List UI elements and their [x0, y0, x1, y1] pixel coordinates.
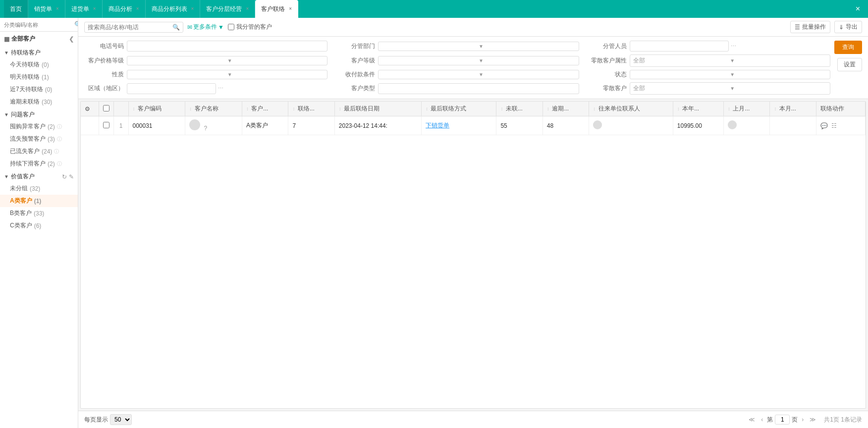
sidebar-item-abnormal[interactable]: 囤购异常客户 (2) ⓘ: [0, 120, 78, 133]
gear-icon[interactable]: ⚙: [85, 106, 90, 112]
advanced-filter: 电话号码 分管部门 ▼ 分管人员: [78, 37, 868, 99]
filter-cell-retail2: 零散客户 全部 ▼: [587, 82, 830, 95]
sort-last-date-icon[interactable]: ↕: [339, 106, 341, 111]
filter-cell-type: 客户类型: [335, 83, 579, 94]
status-select[interactable]: ▼: [630, 70, 830, 79]
sidebar-item-churned[interactable]: 已流失客户 (24) ⓘ: [0, 145, 78, 158]
filter-search-input[interactable]: [88, 24, 170, 31]
filter-search-box: 🔍: [84, 22, 183, 33]
filter-cell-retail-attr: 零散客户属性 全部 ▼: [587, 54, 830, 67]
type-input[interactable]: [378, 83, 579, 94]
person-more-icon[interactable]: ⋯: [729, 43, 738, 50]
last-page-btn[interactable]: ≫: [808, 415, 818, 424]
close-sales-icon[interactable]: ×: [56, 0, 59, 18]
close-customer-contact-icon[interactable]: ×: [289, 0, 292, 18]
phone-input[interactable]: [127, 41, 327, 52]
first-page-btn[interactable]: ≪: [747, 415, 757, 424]
nav-item-goods-analysis-list[interactable]: 商品分析列表 ×: [146, 0, 201, 18]
nav-item-goods-analysis[interactable]: 商品分析 ×: [103, 0, 146, 18]
my-customers-checkbox[interactable]: 我分管的客户: [228, 23, 272, 31]
filter-cell-pay: 收付款条件 ▼: [335, 70, 579, 79]
customer-table: ⚙ ↕ 客户编码 ↕ 客户名称: [81, 102, 866, 135]
next-page-btn[interactable]: ›: [800, 415, 806, 424]
sidebar-item-ungroup[interactable]: 未分组 (32): [0, 182, 78, 195]
sort-no-contact-icon[interactable]: ↕: [500, 106, 503, 111]
prev-page-btn[interactable]: ‹: [759, 415, 765, 424]
nav-item-customer-tier[interactable]: 客户分层经营 ×: [200, 0, 255, 18]
price-select[interactable]: ▼: [127, 56, 327, 65]
filter-cell-price: 客户价格等级 ▼: [84, 56, 327, 65]
select-all-checkbox[interactable]: [103, 105, 109, 111]
batch-op-btn[interactable]: ☰ 批量操作: [790, 21, 830, 33]
sidebar-item-7days[interactable]: 近7天待联络 (0): [0, 83, 78, 96]
row-checkbox[interactable]: [103, 122, 109, 128]
page-input[interactable]: [775, 415, 790, 425]
sidebar-item-declining[interactable]: 持续下滑客户 (2) ⓘ: [0, 158, 78, 170]
sidebar-item-a-class[interactable]: A类客户 (1): [0, 195, 78, 207]
retail-attr-select[interactable]: 全部 ▼: [630, 54, 830, 67]
nav-item-customer-contact[interactable]: 客户联络 ×: [255, 0, 298, 18]
close-purchase-icon[interactable]: ×: [93, 0, 96, 18]
close-goods-analysis-list-icon[interactable]: ×: [191, 0, 194, 18]
arrow-down-icon2: ▼: [4, 112, 9, 117]
info-icon-churn: ⓘ: [57, 136, 62, 143]
action-msg-icon[interactable]: 💬: [820, 122, 828, 129]
sidebar-item-c-class[interactable]: C类客户 (6): [0, 219, 78, 232]
retail2-select[interactable]: 全部 ▼: [630, 82, 830, 95]
query-button[interactable]: 查询: [834, 41, 862, 54]
td-num: 1: [113, 116, 128, 135]
collapse-sidebar-icon[interactable]: ❮: [69, 36, 74, 43]
export-btn[interactable]: ⇓ 导出: [834, 21, 862, 33]
pay-arrow-icon: ▼: [479, 72, 576, 77]
filter-cell-phone: 电话号码: [84, 41, 327, 52]
sidebar-search-input[interactable]: [4, 22, 72, 28]
sidebar-item-b-class[interactable]: B类客户 (33): [0, 207, 78, 219]
sidebar-search-icon[interactable]: 🔍: [74, 21, 78, 28]
contact-person-avatar: [593, 120, 602, 129]
sidebar-item-churn-warning[interactable]: 流失预警客户 (3) ⓘ: [0, 133, 78, 145]
action-qr-icon[interactable]: ☷: [831, 122, 837, 129]
region-input[interactable]: [127, 83, 216, 94]
per-page-select[interactable]: 50: [110, 414, 132, 425]
pay-select[interactable]: ▼: [378, 70, 579, 79]
all-customers-header[interactable]: ▦ 全部客户 ❮: [0, 32, 78, 46]
sidebar-item-today[interactable]: 今天待联络 (0): [0, 58, 78, 71]
person-input[interactable]: [630, 41, 729, 52]
sort-last-month-icon[interactable]: ↕: [728, 106, 730, 111]
sort-contact-icon[interactable]: ↕: [292, 106, 295, 111]
my-customers-check[interactable]: [228, 24, 234, 30]
sort-this-year-icon[interactable]: ↕: [677, 106, 680, 111]
dept-select[interactable]: ▼: [378, 42, 579, 51]
sidebar-item-overdue[interactable]: 逾期未联络 (30): [0, 96, 78, 108]
group-pending-contact[interactable]: ▼ 待联络客户: [0, 46, 78, 58]
td-name: ?: [185, 116, 242, 135]
edit-icon[interactable]: ✎: [69, 173, 74, 180]
th-gear: ⚙: [81, 102, 99, 116]
group-problem-customers[interactable]: ▼ 问题客户: [0, 108, 78, 120]
close-customer-tier-icon[interactable]: ×: [246, 0, 249, 18]
th-level: ↕ 客户...: [242, 102, 288, 116]
close-all-icon[interactable]: ×: [852, 4, 864, 13]
sort-last-method-icon[interactable]: ↕: [426, 106, 428, 111]
filter-more-btn[interactable]: ✉ 更多条件 ▼: [187, 23, 224, 31]
nav-item-purchase[interactable]: 进货单 ×: [65, 0, 103, 18]
filter-search-icon[interactable]: 🔍: [172, 24, 180, 31]
td-code: 000031: [128, 116, 185, 135]
group-value-customers[interactable]: ▼ 价值客户 ↻ ✎: [0, 170, 78, 182]
refresh-icon[interactable]: ↻: [62, 173, 67, 180]
sidebar-item-tomorrow[interactable]: 明天待联络 (1): [0, 71, 78, 83]
region-more-icon[interactable]: ⋯: [216, 85, 225, 92]
nav-item-home[interactable]: 首页: [4, 0, 28, 18]
settings-button[interactable]: 设置: [837, 58, 862, 71]
sort-this-month-icon[interactable]: ↕: [774, 106, 776, 111]
level-select[interactable]: ▼: [378, 56, 579, 65]
filter-cell-dept: 分管部门 ▼: [335, 42, 579, 51]
nature-select[interactable]: ▼: [127, 70, 327, 79]
sort-overdue-icon[interactable]: ↕: [547, 106, 549, 111]
sort-code-icon[interactable]: ↕: [133, 106, 135, 111]
nav-item-sales[interactable]: 销货单 ×: [28, 0, 65, 18]
sort-contact-person-icon[interactable]: ↕: [593, 106, 596, 111]
close-goods-analysis-icon[interactable]: ×: [136, 0, 139, 18]
sort-level-icon[interactable]: ↕: [246, 106, 249, 111]
sort-name-icon[interactable]: ↕: [189, 106, 192, 111]
